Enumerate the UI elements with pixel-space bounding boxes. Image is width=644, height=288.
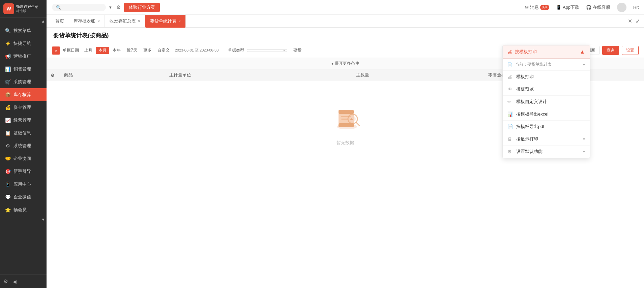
collab-icon: 🤝: [5, 156, 11, 162]
print-default-arrow: ▾: [583, 149, 585, 154]
tab-home[interactable]: 首页: [51, 18, 69, 24]
sidebar-item-purchase-label: 采购管理: [13, 79, 31, 85]
expand-toggle[interactable]: »: [52, 46, 60, 55]
quicknav-icon: ⚡: [5, 40, 11, 46]
tab-receipt-summary-close[interactable]: ×: [138, 19, 140, 24]
print-dropdown-close-icon[interactable]: ▲: [580, 49, 585, 55]
date-tab-this-year[interactable]: 本年: [110, 47, 123, 54]
print-custom-design-item[interactable]: ✏ 模板自定义设计: [503, 96, 590, 108]
empty-illustration: [328, 101, 362, 135]
sidebar-item-guide[interactable]: 🎯 新手引导: [0, 165, 47, 178]
print-preview-item[interactable]: 👁 模板预览: [503, 83, 590, 96]
date-range: 2023-06-01 至 2023-06-30: [175, 48, 219, 53]
col-settings[interactable]: ⚙: [47, 69, 60, 81]
svg-line-8: [356, 122, 359, 126]
print-pdf-label: 按模板导出pdf: [516, 124, 544, 130]
date-tab-last-month[interactable]: 上月: [82, 47, 95, 54]
print-template-item-label: 模板打印: [516, 74, 534, 80]
sidebar-item-sales[interactable]: 📊 销售管理: [0, 63, 47, 75]
logo-icon: W: [3, 3, 14, 14]
app-download-item[interactable]: 📱 App下载: [556, 4, 579, 10]
topbar-dropdown[interactable]: ▾: [109, 5, 112, 10]
topbar-search-icon: 🔍: [56, 5, 61, 10]
sidebar-item-inventory[interactable]: 📦 库存核算: [0, 88, 47, 101]
col-settings-icon[interactable]: ⚙: [51, 73, 55, 78]
tab-inventory-batch-close[interactable]: ×: [97, 19, 100, 24]
sidebar-nav: ▲ 🔍 搜索菜单 ⚡ 快捷导航 📢 营销推广 📊 销售管理 🛒 采购管理 📦 库…: [0, 18, 47, 275]
tab-order-stats-label: 要货单统计表: [150, 18, 176, 24]
sidebar-item-appcenter[interactable]: 📱 应用中心: [0, 178, 47, 191]
online-service-item[interactable]: 🎧 在线客服: [586, 4, 610, 10]
print-default-icon: ⚙: [507, 149, 513, 154]
print-pdf-item[interactable]: 📄 按模板导出pdf: [503, 121, 590, 133]
avatar[interactable]: [617, 3, 626, 12]
expand-down-icon: ▾: [331, 61, 333, 66]
query-btn[interactable]: 查询: [602, 46, 619, 55]
print-display-item[interactable]: 🖥 按显示打印 ▾: [503, 133, 590, 146]
sidebar-item-basic[interactable]: 📋 基础信息: [0, 127, 47, 139]
topbar-search-box[interactable]: 🔍: [52, 4, 106, 11]
sidebar-item-quicknav[interactable]: ⚡ 快捷导航: [0, 37, 47, 50]
tab-close-all-icon[interactable]: ✕: [628, 18, 632, 24]
sidebar-item-basic-label: 基础信息: [13, 130, 31, 136]
sidebar-item-operation[interactable]: 📈 经营管理: [0, 114, 47, 127]
doc-type-label: 单据类型: [228, 47, 244, 53]
print-excel-item[interactable]: 📊 按模板导出excel: [503, 108, 590, 121]
sidebar-item-purchase[interactable]: 🛒 采购管理: [0, 75, 47, 88]
print-dropdown: 🖨 按模板打印 ▲ 📄 当前：要货单统计表 ▾ 🖨 模板打印 👁 模板预览: [502, 45, 590, 158]
sidebar-item-finance[interactable]: 💰 资金管理: [0, 101, 47, 114]
print-excel-icon: 📊: [507, 111, 513, 117]
sidebar-item-inventory-label: 库存核算: [13, 92, 31, 98]
sidebar: W 畅康通好生意 标准版 ▲ 🔍 搜索菜单 ⚡ 快捷导航 📢 营销推广 📊 销售…: [0, 0, 47, 288]
col-product: 商品: [60, 69, 165, 81]
print-default-item[interactable]: ⚙ 设置默认功能 ▾: [503, 146, 590, 158]
order-type-label: 要货: [293, 47, 301, 53]
sidebar-item-finance-label: 资金管理: [13, 104, 31, 110]
sidebar-item-quicknav-label: 快捷导航: [13, 40, 31, 46]
online-service-label: 在线客服: [593, 4, 610, 10]
sidebar-item-operation-label: 经营管理: [13, 117, 31, 123]
message-item[interactable]: ✉ 消息 99+: [525, 4, 549, 10]
doc-type-select[interactable]: ▾: [247, 49, 287, 52]
message-badge: 99+: [540, 5, 549, 10]
sidebar-item-system-label: 系统管理: [13, 143, 31, 149]
date-tab-more[interactable]: 更多: [141, 47, 154, 54]
sidebar-item-search[interactable]: 🔍 搜索菜单: [0, 24, 47, 37]
sidebar-scroll-up[interactable]: ▲: [41, 19, 45, 24]
sidebar-scroll-down[interactable]: ▼: [41, 217, 45, 222]
col-qty: 主数量: [352, 69, 485, 81]
tab-order-stats[interactable]: 要货单统计表 ×: [145, 15, 186, 28]
wechat-icon: 💬: [5, 194, 11, 200]
print-preview-item-icon: 👁: [507, 87, 513, 92]
col-product-label: 商品: [64, 72, 73, 77]
select-chevron-icon: ▾: [283, 49, 285, 52]
settings-icon[interactable]: ⚙: [3, 278, 8, 285]
marketing-icon: 📢: [5, 53, 11, 59]
message-icon: ✉: [525, 5, 529, 10]
sidebar-item-system[interactable]: ⚙ 系统管理: [0, 139, 47, 152]
tab-receipt-summary[interactable]: 收发存汇总表 ×: [105, 15, 145, 28]
sidebar-item-member[interactable]: ⭐ 畅会员: [0, 203, 47, 216]
operation-icon: 📈: [5, 117, 11, 123]
print-pdf-icon: 📄: [507, 124, 513, 129]
tab-order-stats-close[interactable]: ×: [178, 19, 181, 24]
tab-expand-icon[interactable]: ⤢: [636, 18, 640, 24]
date-tab-custom[interactable]: 自定义: [155, 47, 172, 54]
app-download-icon: 📱: [556, 5, 561, 10]
appcenter-icon: 📱: [5, 181, 11, 187]
sidebar-item-marketing[interactable]: 📢 营销推广: [0, 50, 47, 63]
sidebar-item-member-label: 畅会员: [13, 207, 27, 213]
date-tab-7days[interactable]: 近7天: [124, 47, 140, 54]
sidebar-item-collab[interactable]: 🤝 企业协同: [0, 152, 47, 165]
tabs-right: ✕ ⤢: [628, 18, 640, 24]
print-template-item[interactable]: 🖨 模板打印: [503, 71, 590, 83]
trial-btn[interactable]: 体验行业方案: [124, 3, 160, 12]
settings-btn[interactable]: 设置: [622, 46, 639, 55]
collapse-icon[interactable]: ◀: [13, 279, 17, 284]
tab-inventory-batch[interactable]: 库存批次账 ×: [69, 15, 105, 28]
content-area: 要货单统计表(按商品) » 单据日期 上月 本月 本年 近7天 更多 自定义 2…: [47, 28, 644, 288]
sidebar-item-wechat[interactable]: 💬 企业微信: [0, 191, 47, 203]
expand-filters-btn[interactable]: ▾ 展开更多条件: [331, 61, 359, 66]
date-tab-this-month[interactable]: 本月: [96, 47, 109, 54]
topbar-gear-icon[interactable]: ⚙: [116, 4, 121, 10]
